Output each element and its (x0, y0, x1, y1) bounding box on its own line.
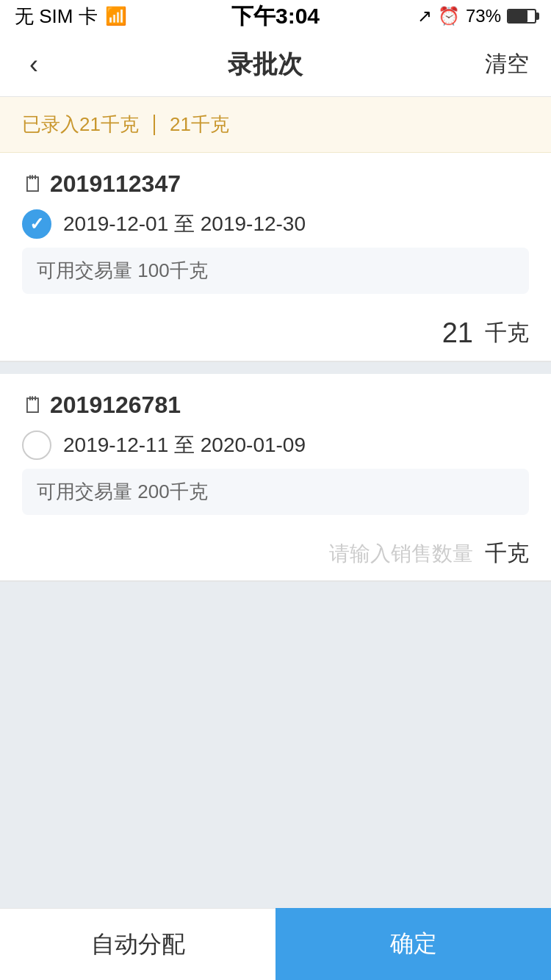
battery-pct-label: 73% (466, 6, 501, 26)
batch-2-available: 可用交易量 200千克 (22, 469, 529, 515)
batch-card-1: 🗒 2019112347 2019-12-01 至 2019-12-30 可用交… (0, 153, 551, 362)
back-button[interactable]: ‹ (22, 42, 46, 87)
wifi-icon: 📶 (105, 6, 127, 26)
batch-2-icon: 🗒 (22, 393, 44, 418)
status-bar: 无 SIM 卡 📶 下午3:04 ↗ ⏰ 73% (0, 0, 551, 32)
main-content: 已录入21千克 21千克 🗒 2019112347 2019-12-01 至 2… (0, 97, 551, 908)
card-separator-1 (0, 362, 551, 374)
batch-1-date: 2019-12-01 至 2019-12-30 (63, 210, 306, 238)
battery-icon (507, 9, 536, 24)
batch-2-radio[interactable] (22, 430, 51, 460)
time-label: 下午3:04 (231, 1, 320, 32)
batch-1-id: 2019112347 (50, 170, 181, 198)
carrier-label: 无 SIM 卡 (15, 4, 98, 29)
batch-2-date-row[interactable]: 2019-12-11 至 2020-01-09 (0, 425, 551, 469)
location-icon: ↗ (417, 6, 432, 26)
batch-1-icon: 🗒 (22, 172, 44, 197)
batch-2-unit: 千克 (485, 538, 529, 569)
batch-1-quantity-value: 21 (442, 317, 473, 349)
batch-2-date: 2019-12-11 至 2020-01-09 (63, 431, 306, 459)
nav-bar: ‹ 录批次 清空 (0, 32, 551, 97)
bottom-bar: 自动分配 确定 (0, 908, 551, 980)
status-left: 无 SIM 卡 📶 (15, 4, 127, 29)
batch-1-available: 可用交易量 100千克 (22, 248, 529, 294)
clear-button[interactable]: 清空 (485, 49, 529, 79)
batch-2-quantity-row: 请输入销售数量 千克 (0, 527, 551, 582)
summary-divider (154, 115, 155, 135)
batch-card-2: 🗒 2019126781 2019-12-11 至 2020-01-09 可用交… (0, 374, 551, 582)
auto-distribute-button[interactable]: 自动分配 (0, 908, 276, 980)
batch-1-quantity-row: 21 千克 (0, 306, 551, 362)
summary-bar: 已录入21千克 21千克 (0, 97, 551, 153)
alarm-icon: ⏰ (438, 6, 460, 26)
batch-1-header: 🗒 2019112347 (0, 153, 551, 203)
batch-2-id: 2019126781 (50, 392, 181, 419)
batch-2-header: 🗒 2019126781 (0, 374, 551, 425)
bottom-empty-area (0, 582, 551, 908)
summary-label: 已录入21千克 (22, 112, 139, 137)
page-title: 录批次 (228, 48, 303, 82)
summary-value: 21千克 (170, 112, 229, 137)
batch-1-unit: 千克 (485, 318, 529, 348)
status-right: ↗ ⏰ 73% (417, 6, 536, 26)
confirm-button[interactable]: 确定 (276, 908, 551, 980)
batch-2-input-placeholder: 请输入销售数量 (329, 540, 473, 568)
batch-1-date-row[interactable]: 2019-12-01 至 2019-12-30 (0, 203, 551, 248)
batch-1-radio[interactable] (22, 209, 51, 239)
